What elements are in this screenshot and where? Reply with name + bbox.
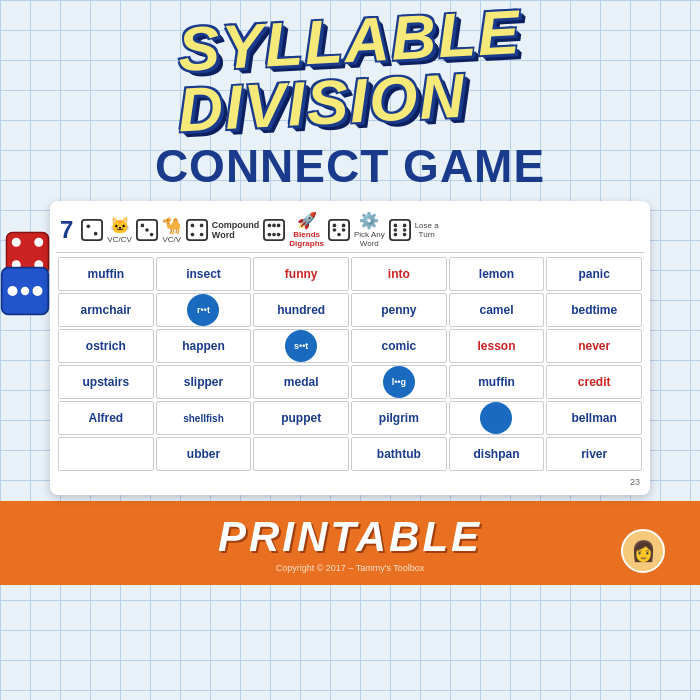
svg-point-32 [342, 228, 346, 232]
svg-point-2 [34, 238, 43, 247]
svg-point-10 [87, 224, 91, 228]
svg-point-13 [140, 223, 144, 227]
svg-rect-34 [390, 219, 410, 239]
legend-compound-item: CompoundWord [212, 220, 260, 240]
svg-point-6 [8, 286, 18, 296]
cell-panic: panic [546, 257, 642, 291]
svg-point-17 [190, 223, 194, 227]
svg-rect-21 [264, 219, 284, 239]
cell-slipper: slipper [156, 365, 252, 399]
svg-point-29 [333, 223, 337, 227]
legend-blends-item: 🚀 BlendsDigraphs [289, 211, 324, 248]
cell-pilgrim: pilgrim [351, 401, 447, 435]
legend-pickany-item: ⚙️ Pick AnyWord [354, 211, 385, 248]
cell-into: into [351, 257, 447, 291]
legend-vcv-item: 🐱 VC/CV [107, 216, 131, 244]
cell-circle-4 [449, 401, 545, 435]
svg-point-39 [393, 232, 397, 236]
svg-point-31 [333, 228, 337, 232]
cell-alfred: Alfred [58, 401, 154, 435]
svg-point-30 [342, 223, 346, 227]
svg-point-27 [272, 232, 276, 236]
cell-ostrich: ostrich [58, 329, 154, 363]
svg-point-11 [94, 231, 98, 235]
legend-number: 7 [60, 216, 73, 244]
dice-4-icon [263, 219, 285, 241]
cell-ubber: ubber [156, 437, 252, 471]
svg-point-26 [272, 223, 276, 227]
svg-point-37 [393, 228, 397, 232]
svg-point-14 [145, 228, 149, 232]
cell-puppet: puppet [253, 401, 349, 435]
cell-upstairs: upstairs [58, 365, 154, 399]
game-area-wrapper: 7 🐱 VC/CV 🐪 [20, 201, 680, 495]
svg-point-23 [277, 223, 281, 227]
svg-point-22 [268, 223, 272, 227]
svg-point-36 [402, 223, 406, 227]
svg-point-24 [268, 232, 272, 236]
cell-armchair: armchair [58, 293, 154, 327]
page-number: 23 [56, 475, 644, 489]
cell-muffin2: muffin [449, 365, 545, 399]
cell-funny: funny [253, 257, 349, 291]
cell-insect: insect [156, 257, 252, 291]
svg-point-40 [402, 232, 406, 236]
title-division: DIVISION [177, 65, 468, 142]
blue-dice-icon [0, 266, 50, 316]
svg-point-35 [393, 223, 397, 227]
cell-bathtub: bathtub [351, 437, 447, 471]
copyright-text: Copyright © 2017 – Tammy's Toolbox [12, 563, 688, 573]
svg-point-1 [12, 238, 21, 247]
svg-point-18 [200, 223, 204, 227]
cell-happen: happen [156, 329, 252, 363]
cell-lemon: lemon [449, 257, 545, 291]
svg-point-19 [190, 232, 194, 236]
svg-point-38 [402, 228, 406, 232]
cell-credit: credit [546, 365, 642, 399]
cell-never: never [546, 329, 642, 363]
printable-label: PRINTABLE [12, 513, 688, 561]
dice-5-icon [328, 219, 350, 241]
svg-rect-28 [329, 219, 349, 239]
page-wrapper: SYLLABLE DIVISION CONNECT GAME 7 [0, 0, 700, 585]
dice-2-icon [136, 219, 158, 241]
legend-vc-item: 🐪 VC/V [162, 216, 182, 244]
blue-circle-4 [480, 402, 512, 434]
svg-rect-16 [187, 219, 207, 239]
game-area: 7 🐱 VC/CV 🐪 [50, 201, 650, 495]
dice-3-icon [186, 219, 208, 241]
title-block: SYLLABLE DIVISION [178, 10, 521, 134]
cell-empty2 [253, 437, 349, 471]
dice-1-icon [81, 219, 103, 241]
cell-comic: comic [351, 329, 447, 363]
bottom-banner: PRINTABLE Copyright © 2017 – Tammy's Too… [0, 501, 700, 585]
cell-muffin: muffin [58, 257, 154, 291]
svg-point-20 [200, 232, 204, 236]
legend-row: 7 🐱 VC/CV 🐪 [56, 207, 644, 253]
cell-bedtime: bedtime [546, 293, 642, 327]
svg-point-7 [33, 286, 43, 296]
cell-hundred: hundred [253, 293, 349, 327]
cell-circle-3: l••g [351, 365, 447, 399]
legend-loseaturn-item: Lose aTurn [415, 221, 439, 239]
dice-6-icon [389, 219, 411, 241]
cell-shellfish: shellfish [156, 401, 252, 435]
cell-bellman: bellman [546, 401, 642, 435]
svg-point-15 [150, 232, 154, 236]
svg-rect-9 [82, 219, 102, 239]
cell-lesson: lesson [449, 329, 545, 363]
connect-game-title: CONNECT GAME [20, 139, 680, 193]
cell-penny: penny [351, 293, 447, 327]
cell-camel: camel [449, 293, 545, 327]
cell-river: river [546, 437, 642, 471]
cell-medal: medal [253, 365, 349, 399]
svg-point-33 [337, 232, 341, 236]
cell-dishpan: dishpan [449, 437, 545, 471]
game-grid: muffin insect funny into lemon panic arm… [56, 253, 644, 475]
avatar: 👩 [621, 529, 665, 573]
cell-circle-2: s••t [253, 329, 349, 363]
cell-circle-1: r••t [156, 293, 252, 327]
svg-point-25 [277, 232, 281, 236]
header: SYLLABLE DIVISION CONNECT GAME [0, 0, 700, 193]
cell-empty1 [58, 437, 154, 471]
